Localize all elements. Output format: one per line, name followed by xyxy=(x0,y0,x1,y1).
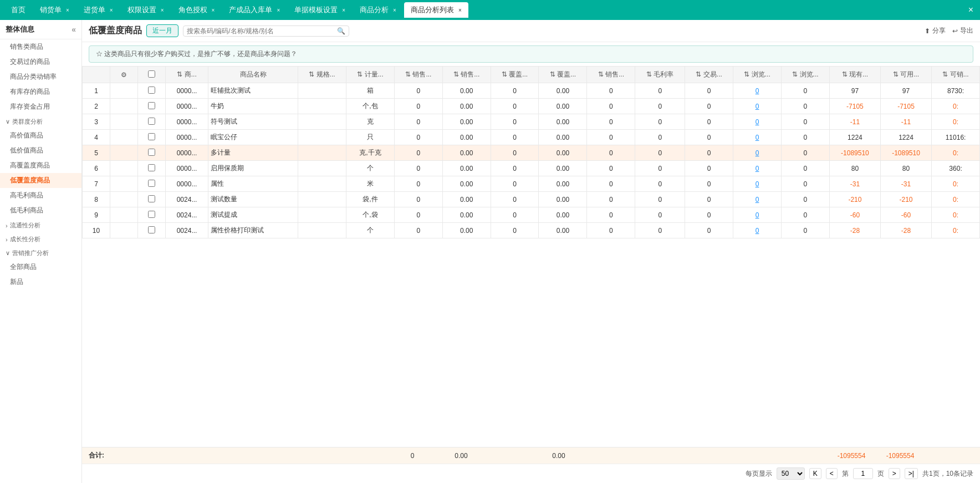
next-page-button[interactable]: > xyxy=(889,468,900,479)
close-icon[interactable]: × xyxy=(393,7,396,13)
export-button[interactable]: ↩ 导出 xyxy=(952,26,973,35)
sidebar-section-growth[interactable]: › 成长性分析 xyxy=(0,232,81,246)
search-icon[interactable]: 🔍 xyxy=(337,27,345,35)
nav-tab-role[interactable]: 角色授权 × xyxy=(172,2,222,18)
sidebar-section-marketing[interactable]: ∨ 营销推广分析 xyxy=(0,246,81,260)
table-header-trade[interactable]: ⇅ 交易... xyxy=(685,67,733,83)
sidebar-item-sales-goods[interactable]: 销售类商品 xyxy=(0,39,81,54)
close-icon[interactable]: × xyxy=(342,7,345,13)
table-header-cover1[interactable]: ⇅ 覆盖... xyxy=(491,67,539,83)
sidebar-item-high-value[interactable]: 高价值商品 xyxy=(0,128,81,143)
row-name: 旺辅批次测试 xyxy=(208,83,298,99)
search-input[interactable] xyxy=(187,27,335,35)
table-header-cover2[interactable]: ⇅ 覆盖... xyxy=(539,67,587,83)
close-icon[interactable]: × xyxy=(161,7,164,13)
nav-tab-warehouse[interactable]: 产成品入库单 × xyxy=(222,2,287,18)
sidebar-item-traded-goods[interactable]: 交易过的商品 xyxy=(0,54,81,69)
row-checkbox[interactable] xyxy=(138,207,166,223)
row-checkbox[interactable] xyxy=(138,161,166,176)
row-unit: 箱 xyxy=(346,83,394,99)
row-view1[interactable]: 0 xyxy=(733,99,782,114)
sidebar-item-low-value[interactable]: 低价值商品 xyxy=(0,143,81,158)
sidebar-item-high-margin[interactable]: 高毛利商品 xyxy=(0,188,81,203)
row-view1[interactable]: 0 xyxy=(733,223,782,238)
table-header-unit[interactable]: ⇅ 计量... xyxy=(346,67,394,83)
sidebar-item-low-margin[interactable]: 低毛利商品 xyxy=(0,203,81,218)
row-checkbox[interactable] xyxy=(138,130,166,145)
share-button[interactable]: ⬆ 分享 xyxy=(925,26,946,35)
last-page-button[interactable]: >| xyxy=(905,468,918,479)
row-c1: 0 xyxy=(491,192,539,207)
sidebar-section-cluster[interactable]: ∨ 类群度分析 xyxy=(0,114,81,128)
table-header-saleable[interactable]: ⇅ 可销... xyxy=(932,67,980,83)
row-checkbox[interactable] xyxy=(138,145,166,161)
row-view1[interactable]: 0 xyxy=(733,161,782,176)
page-size-select[interactable]: 50 100 200 xyxy=(777,467,805,480)
nav-tab-analysis[interactable]: 商品分析 × xyxy=(353,2,403,18)
row-view1[interactable]: 0 xyxy=(733,130,782,145)
row-code: 0024... xyxy=(166,192,208,207)
table-header-name[interactable]: 商品名称 xyxy=(208,67,298,83)
row-view1[interactable]: 0 xyxy=(733,145,782,161)
table-header-stock[interactable]: ⇅ 现有... xyxy=(829,67,880,83)
table-header-code[interactable]: ⇅ 商... xyxy=(166,67,208,83)
select-all-checkbox[interactable] xyxy=(148,70,155,78)
row-c2: 0.00 xyxy=(539,145,587,161)
nav-tab-purchase[interactable]: 进货单 × xyxy=(77,2,120,18)
row-view1[interactable]: 0 xyxy=(733,207,782,223)
sidebar-item-in-stock-goods[interactable]: 有库存的商品 xyxy=(0,84,81,99)
row-checkbox[interactable] xyxy=(138,223,166,238)
row-s3: 0 xyxy=(587,223,635,238)
sidebar-collapse-button[interactable]: « xyxy=(72,25,76,34)
filter-button[interactable]: 近一月 xyxy=(146,24,178,37)
table-header-sales1[interactable]: ⇅ 销售... xyxy=(394,67,442,83)
row-checkbox[interactable] xyxy=(138,99,166,114)
nav-tab-analysis-list[interactable]: 商品分析列表 × xyxy=(404,2,468,18)
row-view1[interactable]: 0 xyxy=(733,192,782,207)
sidebar-item-new-goods[interactable]: 新品 xyxy=(0,274,81,289)
table-header-view2[interactable]: ⇅ 浏览... xyxy=(782,67,830,83)
row-c2: 0.00 xyxy=(539,99,587,114)
table-header-sales2[interactable]: ⇅ 销售... xyxy=(442,67,491,83)
sidebar-item-all-goods[interactable]: 全部商品 xyxy=(0,260,81,274)
row-checkbox[interactable] xyxy=(138,192,166,207)
prev-page-button[interactable]: < xyxy=(826,468,838,479)
close-icon[interactable]: × xyxy=(458,7,462,13)
row-view1[interactable]: 0 xyxy=(733,176,782,192)
table-header-margin[interactable]: ⇅ 毛利率 xyxy=(635,67,685,83)
close-all-button[interactable]: × xyxy=(968,5,973,15)
close-icon[interactable]: × xyxy=(66,7,69,13)
footer-s1: 0 xyxy=(388,452,437,460)
table-header-settings[interactable]: ⚙ xyxy=(110,67,138,83)
row-checkbox[interactable] xyxy=(138,176,166,192)
sidebar-item-stock-capital[interactable]: 库存资金占用 xyxy=(0,99,81,114)
sidebar-item-category-rate[interactable]: 商品分类动销率 xyxy=(0,69,81,84)
footer-v2 xyxy=(778,452,827,460)
table-header-avail[interactable]: ⇅ 可用... xyxy=(880,67,931,83)
row-checkbox[interactable] xyxy=(138,83,166,99)
table-row: 4 0000... 眠宝公仔 只 0 0.00 0 0.00 0 0 0 0 0… xyxy=(83,130,980,145)
close-icon[interactable]: × xyxy=(110,7,113,13)
first-page-button[interactable]: K xyxy=(809,468,821,479)
sidebar-item-high-coverage[interactable]: 高覆盖度商品 xyxy=(0,158,81,173)
table-header-view1[interactable]: ⇅ 浏览... xyxy=(733,67,782,83)
row-view1[interactable]: 0 xyxy=(733,114,782,130)
table-header-checkbox[interactable] xyxy=(138,67,166,83)
row-saleable: 0: xyxy=(932,114,980,130)
row-view1[interactable]: 0 xyxy=(733,83,782,99)
close-icon[interactable]: × xyxy=(277,7,280,13)
row-margin: 0 xyxy=(635,99,685,114)
row-settings xyxy=(110,192,138,207)
nav-tab-template[interactable]: 单据模板设置 × xyxy=(288,2,352,18)
nav-tab-permission[interactable]: 权限设置 × xyxy=(121,2,171,18)
row-checkbox[interactable] xyxy=(138,114,166,130)
sidebar-item-low-coverage[interactable]: 低覆盖度商品 xyxy=(0,173,81,188)
row-name: 属性价格打印测试 xyxy=(208,223,298,238)
page-number-input[interactable] xyxy=(853,468,873,479)
sidebar-section-flow[interactable]: › 流通性分析 xyxy=(0,218,81,232)
table-header-sales3[interactable]: ⇅ 销售... xyxy=(587,67,635,83)
nav-tab-home[interactable]: 首页 xyxy=(4,2,32,18)
close-icon[interactable]: × xyxy=(212,7,215,13)
table-header-spec[interactable]: ⇅ 规格... xyxy=(298,67,346,83)
nav-tab-sales[interactable]: 销货单 × xyxy=(33,2,76,18)
